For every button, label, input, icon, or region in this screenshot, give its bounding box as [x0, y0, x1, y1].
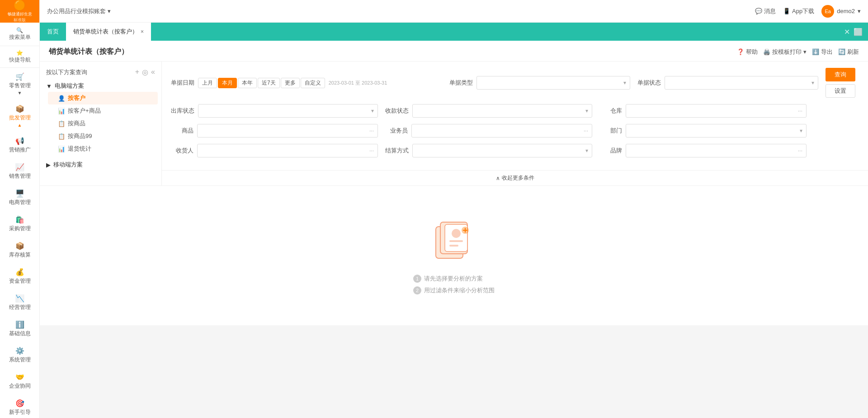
- sidebar-item-sales[interactable]: 📈 销售管理: [0, 158, 39, 185]
- status-input[interactable]: ▾: [665, 76, 818, 90]
- type-input[interactable]: ▾: [476, 76, 630, 90]
- brand-label: 品牌: [599, 147, 622, 155]
- scheme-actions: + ◎ «: [135, 68, 155, 76]
- sidebar-item-system[interactable]: ⚙️ 系统管理: [0, 342, 39, 368]
- sidebar-item-inventory[interactable]: 📦 库存核算: [0, 237, 39, 263]
- query-button[interactable]: 查询: [826, 68, 855, 81]
- filter-row-1: 单据日期 上月 本月 本年 近7天 更多 自定义: [171, 68, 859, 98]
- brand-input[interactable]: ···: [626, 144, 807, 157]
- finance-icon: 💰: [15, 268, 24, 276]
- collapse-scheme-btn[interactable]: «: [151, 68, 155, 76]
- tab-close-icon[interactable]: ×: [141, 28, 144, 35]
- help-btn[interactable]: ❓ 帮助: [737, 48, 758, 56]
- sidebar-item-operations[interactable]: 📉 经营管理: [0, 290, 39, 316]
- help-icon: ❓: [737, 48, 744, 55]
- refresh-label: 刷新: [847, 48, 859, 56]
- filter-row-4: 收货人 ··· 结算方式 ▾: [171, 144, 859, 157]
- empty-icon: [427, 213, 481, 267]
- sidebar: 🟠 畅捷通好生意 标准版 🔍搜索菜单 ⭐快捷导航 🛒 零售管理 ▼ 📦 批发管理…: [0, 0, 40, 418]
- pc-scheme-title[interactable]: ▼ 电脑端方案: [43, 80, 158, 92]
- tab-close-window-icon[interactable]: ✕: [844, 28, 850, 36]
- collapse-bar[interactable]: ∧ 收起更多条件: [162, 170, 868, 185]
- out-status-input[interactable]: ▾: [198, 104, 378, 118]
- date-buttons: 上月 本月 本年 近7天 更多 自定义: [198, 78, 325, 88]
- sidebar-item-guide[interactable]: 🎯 新手引导: [0, 394, 39, 418]
- mobile-scheme-label: 移动端方案: [53, 161, 83, 169]
- home-tab-label: 首页: [47, 28, 59, 36]
- empty-state: 1 请先选择要分析的方案 2 用过滤条件来缩小分析范围: [40, 186, 868, 325]
- receiver-ellipsis-icon: ···: [369, 147, 374, 154]
- goods-scheme-icon: 📋: [58, 120, 65, 127]
- ecommerce-icon: 🖥️: [15, 189, 24, 198]
- edit-scheme-btn[interactable]: ◎: [142, 68, 148, 76]
- sidebar-item-basic-info[interactable]: ℹ️ 基础信息: [0, 316, 39, 342]
- sidebar-item-collab[interactable]: 🤝 企业协同: [0, 368, 39, 394]
- date-btn-more[interactable]: 更多: [281, 78, 300, 88]
- operations-icon: 📉: [15, 294, 24, 303]
- scheme-item-goods[interactable]: 📋 按商品: [48, 117, 158, 130]
- sidebar-item-retail[interactable]: 🛒 零售管理 ▼: [0, 68, 39, 100]
- filter-form: 单据日期 上月 本月 本年 近7天 更多 自定义: [162, 62, 868, 170]
- sidebar-search[interactable]: 🔍搜索菜单: [0, 23, 39, 46]
- date-btn-last-month[interactable]: 上月: [198, 78, 217, 88]
- pc-scheme-label: 电脑端方案: [55, 82, 84, 90]
- collect-status-input[interactable]: ▾: [412, 104, 592, 118]
- date-btn-this-month[interactable]: 本月: [218, 78, 237, 88]
- date-btn-7days[interactable]: 近7天: [258, 78, 280, 88]
- app-download-label: App下载: [792, 7, 814, 15]
- empty-tip-2: 2 用过滤条件来缩小分析范围: [413, 286, 495, 294]
- out-status-label: 出库状态: [171, 107, 194, 115]
- account-dropdown[interactable]: 办公用品行业模拟账套 ▾: [47, 7, 111, 15]
- scheme-item-goods99[interactable]: 📋 按商品99: [48, 130, 158, 142]
- settle-input[interactable]: ▾: [412, 144, 592, 157]
- goods-ellipsis-icon: ···: [369, 128, 374, 134]
- sidebar-item-marketing[interactable]: 📢 营销推广: [0, 132, 39, 158]
- sales-icon: 📈: [15, 163, 24, 171]
- filter-field-salesman: 业务员 ···: [385, 124, 592, 138]
- tab-home[interactable]: 首页: [40, 23, 66, 41]
- out-status-dropdown-icon: ▾: [371, 108, 374, 114]
- filter-scheme-header: 按以下方案查询 + ◎ «: [40, 66, 161, 80]
- empty-tips: 1 请先选择要分析的方案 2 用过滤条件来缩小分析范围: [413, 275, 495, 298]
- app-download-btn[interactable]: 📱 App下载: [783, 7, 814, 15]
- scheme-item-customer[interactable]: 👤 按客户: [48, 92, 158, 104]
- receiver-input[interactable]: ···: [197, 144, 378, 157]
- empty-tip-1-text: 请先选择要分析的方案: [424, 275, 483, 283]
- user-menu[interactable]: Ea demo2 ▾: [821, 5, 861, 18]
- filter-field-out-status: 出库状态 ▾: [171, 104, 378, 118]
- export-btn[interactable]: ⬇️ 导出: [812, 48, 833, 56]
- warehouse-input[interactable]: ···: [626, 104, 807, 118]
- scheme-item-customer-goods[interactable]: 📊 按客户+商品: [48, 104, 158, 117]
- tab-sales-stat[interactable]: 销货单统计表（按客户） ×: [66, 23, 151, 41]
- app-download-icon: 📱: [783, 8, 790, 14]
- sidebar-item-purchase[interactable]: 🛍️ 采购管理: [0, 211, 39, 237]
- settings-button[interactable]: 设置: [826, 84, 855, 98]
- salesman-input[interactable]: ···: [411, 124, 592, 138]
- tab-maximize-icon[interactable]: ⬜: [854, 28, 863, 36]
- message-btn[interactable]: 💬 消息: [755, 7, 776, 15]
- top-header: 办公用品行业模拟账套 ▾ 💬 消息 📱 App下载 Ea demo2 ▾: [40, 0, 868, 23]
- sidebar-item-wholesale[interactable]: 📦 批发管理 ▲: [0, 100, 39, 132]
- marketing-icon: 📢: [15, 137, 24, 145]
- svg-rect-5: [449, 245, 458, 247]
- print-btn[interactable]: 🖨️ 按模板打印 ▾: [763, 48, 807, 56]
- filter-area: 按以下方案查询 + ◎ « ▼ 电脑端方案: [40, 62, 868, 185]
- avatar: Ea: [821, 5, 834, 18]
- sidebar-item-ecommerce[interactable]: 🖥️ 电商管理: [0, 185, 39, 211]
- goods-input[interactable]: ···: [197, 124, 378, 138]
- sidebar-quick-nav[interactable]: ⭐快捷导航: [0, 46, 39, 68]
- date-btn-custom[interactable]: 自定义: [301, 78, 325, 88]
- mobile-scheme-arrow: ▶: [46, 162, 51, 168]
- sidebar-subtitle: 标准版: [14, 17, 26, 23]
- date-area: 上月 本月 本年 近7天 更多 自定义 2023-03-01 至 2023-03…: [198, 78, 442, 88]
- date-label: 单据日期: [171, 79, 194, 87]
- warehouse-label: 仓库: [599, 107, 622, 115]
- add-scheme-btn[interactable]: +: [135, 68, 139, 76]
- dept-input[interactable]: ▾: [626, 124, 807, 138]
- scheme-item-return[interactable]: 📊 退货统计: [48, 142, 158, 155]
- dept-label: 部门: [599, 127, 622, 135]
- refresh-btn[interactable]: 🔄 刷新: [838, 48, 859, 56]
- sidebar-item-finance[interactable]: 💰 资金管理: [0, 263, 39, 290]
- mobile-scheme-title[interactable]: ▶ 移动端方案: [43, 159, 158, 171]
- date-btn-this-year[interactable]: 本年: [238, 78, 257, 88]
